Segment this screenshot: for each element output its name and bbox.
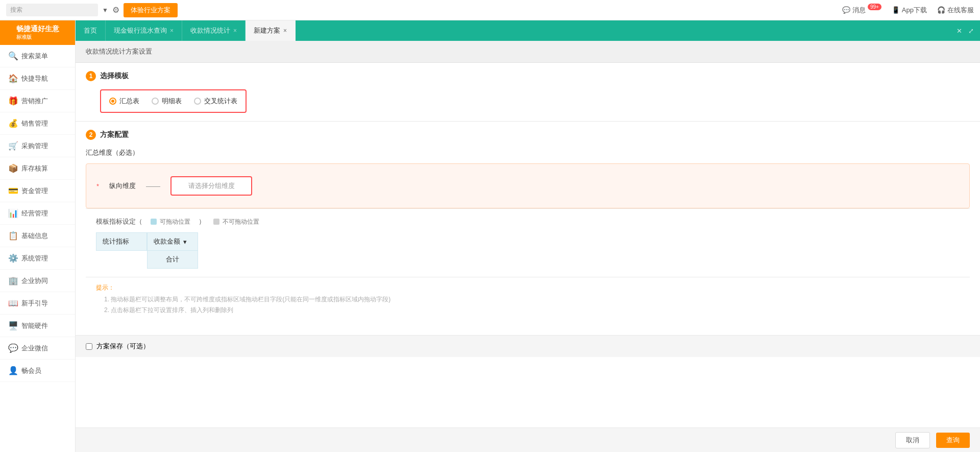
trial-button[interactable]: 体验行业方案 [124, 3, 178, 17]
dimension-title: 汇总维度（必选） [86, 148, 970, 157]
sidebar-label-hardware: 智能硬件 [21, 321, 48, 330]
top-search-box[interactable]: 搜索 [6, 4, 98, 16]
step2-label: 方案配置 [100, 130, 129, 139]
tab-home-label: 首页 [84, 26, 97, 35]
sidebar-label-inventory: 库存核算 [21, 164, 48, 173]
tab-bank-close[interactable]: × [170, 27, 174, 34]
service-icon: 🎧 [937, 6, 945, 14]
tab-bank[interactable]: 现金银行流水查询 × [106, 20, 182, 41]
cart-icon: 🛒 [8, 141, 17, 151]
top-bar: 搜索 ▼ ⚙ 体验行业方案 💬 消息 99+ 📱 App下载 🎧 在线客服 [0, 0, 980, 20]
hints-section: 提示： 1. 拖动标题栏可以调整布局，不可跨维度或指标区域拖动栏目字段(只能在同… [86, 277, 970, 327]
tab-home[interactable]: 首页 [76, 20, 106, 41]
sidebar-label-sales: 销售管理 [21, 119, 48, 128]
page-content: 收款情况统计方案设置 1 选择模板 汇总表 [76, 41, 980, 427]
sidebar-item-wechat[interactable]: 💬 企业微信 [0, 337, 75, 360]
legend-draggable: 可拖动位置 [151, 218, 190, 226]
gift-icon: 🎁 [8, 96, 17, 106]
top-bar-dropdown[interactable]: ▼ [102, 7, 108, 14]
tab-new-plan[interactable]: 新建方案 × [246, 20, 296, 41]
step1-badge: 1 [86, 71, 96, 81]
hints-title: 提示： [96, 283, 960, 292]
chat-icon: 💬 [8, 343, 17, 353]
radio-summary[interactable]: 汇总表 [109, 97, 139, 106]
tab-stats[interactable]: 收款情况统计 × [182, 20, 246, 41]
legend-fixed-label: 不可拖动位置 [223, 218, 259, 226]
tab-stats-close[interactable]: × [233, 27, 237, 34]
metric-col-amount-header[interactable]: 收款金额 ▾ [147, 232, 198, 251]
logo-sub: 标准版 [16, 34, 59, 41]
sidebar-item-purchase[interactable]: 🛒 采购管理 [0, 135, 75, 157]
radio-cross[interactable]: 交叉统计表 [194, 97, 237, 106]
metrics-title: 模板指标设定（ [96, 217, 142, 226]
settings-icon: ⚙️ [8, 253, 17, 263]
sidebar-item-finance[interactable]: 💳 资金管理 [0, 180, 75, 202]
page-inner: 收款情况统计方案设置 1 选择模板 汇总表 [76, 41, 980, 427]
app-download-button[interactable]: 📱 App下载 [892, 6, 927, 15]
metrics-section: 模板指标设定（ 可拖动位置 ） 不可拖动位置 [86, 208, 970, 277]
sidebar-item-marketing[interactable]: 🎁 营销推广 [0, 90, 75, 112]
tab-bar-right: ✕ ⤢ [957, 27, 980, 35]
cancel-button[interactable]: 取消 [895, 432, 930, 448]
sidebar-item-member[interactable]: 👤 畅会员 [0, 360, 75, 382]
step2-badge: 2 [86, 130, 96, 140]
save-label: 方案保存（可选） [96, 342, 150, 351]
query-button[interactable]: 查询 [936, 433, 970, 448]
dimension-select-button[interactable]: 请选择分组维度 [170, 176, 252, 196]
tab-bank-label: 现金银行流水查询 [114, 26, 167, 35]
sidebar-item-sales[interactable]: 💰 销售管理 [0, 112, 75, 135]
sidebar-item-quick-nav[interactable]: 🏠 快捷导航 [0, 67, 75, 90]
hint-item-2: 2. 点击标题栏下拉可设置排序、插入列和删除列 [96, 306, 960, 315]
sidebar-item-search[interactable]: 🔍 搜索菜单 [0, 45, 75, 67]
radio-detail[interactable]: 明细表 [152, 97, 182, 106]
dimension-row: * 纵向维度 —— 请选择分组维度 [96, 176, 959, 196]
sidebar-label-wechat: 企业微信 [21, 344, 48, 353]
radio-detail-circle [152, 98, 159, 105]
sidebar: 畅捷通好生意 标准版 🔍 搜索菜单 🏠 快捷导航 🎁 营销推广 💰 销售管理 🛒… [0, 20, 76, 452]
sidebar-item-basic[interactable]: 📋 基础信息 [0, 225, 75, 247]
legend-fixed: 不可拖动位置 [213, 218, 259, 226]
chart-icon: 📊 [8, 208, 17, 218]
tab-maximize-icon[interactable]: ⤢ [968, 27, 974, 35]
sidebar-item-corp[interactable]: 🏢 企业协同 [0, 270, 75, 292]
content-area: 首页 现金银行流水查询 × 收款情况统计 × 新建方案 × ✕ ⤢ [76, 20, 980, 452]
sidebar-item-guide[interactable]: 📖 新手引导 [0, 292, 75, 315]
legend-draggable-dot [151, 219, 157, 225]
service-button[interactable]: 🎧 在线客服 [937, 6, 974, 15]
sidebar-item-operation[interactable]: 📊 经营管理 [0, 202, 75, 225]
sidebar-label-marketing: 营销推广 [21, 97, 48, 106]
home-icon: 🏠 [8, 74, 17, 83]
building-icon: 🏢 [8, 276, 17, 286]
save-section: 方案保存（可选） [76, 335, 980, 357]
radio-detail-label: 明细表 [162, 97, 182, 106]
gear-icon[interactable]: ⚙ [112, 5, 119, 15]
page-header: 收款情况统计方案设置 [76, 41, 980, 63]
tab-bar: 首页 现金银行流水查询 × 收款情况统计 × 新建方案 × ✕ ⤢ [76, 20, 980, 41]
metric-col-stats-header: 统计指标 [96, 232, 147, 251]
tab-close-all-icon[interactable]: ✕ [957, 27, 962, 35]
book-icon: 📖 [8, 298, 17, 308]
page-title: 收款情况统计方案设置 [86, 47, 152, 55]
tab-new-plan-close[interactable]: × [283, 27, 287, 34]
template-options: 汇总表 明细表 交叉统计表 [100, 89, 247, 113]
message-button[interactable]: 💬 消息 99+ [842, 6, 881, 15]
sidebar-label-search: 搜索菜单 [21, 52, 48, 61]
money-icon: 💰 [8, 118, 17, 128]
sidebar-label-corp: 企业协同 [21, 276, 48, 286]
radio-cross-circle [194, 98, 201, 105]
sidebar-label-basic: 基础信息 [21, 231, 48, 241]
radio-summary-circle [109, 98, 116, 105]
amount-dropdown-icon[interactable]: ▾ [183, 238, 187, 246]
clipboard-icon: 📋 [8, 231, 17, 241]
hint-item-1: 1. 拖动标题栏可以调整布局，不可跨维度或指标区域拖动栏目字段(只能在同一维度或… [96, 295, 960, 304]
sidebar-item-system[interactable]: ⚙️ 系统管理 [0, 247, 75, 270]
sidebar-item-hardware[interactable]: 🖥️ 智能硬件 [0, 315, 75, 337]
sidebar-logo: 畅捷通好生意 标准版 [0, 20, 75, 45]
step2-section: 2 方案配置 汇总维度（必选） * 纵向维度 —— 请选择分组维度 [76, 121, 980, 335]
download-icon: 📱 [892, 6, 900, 14]
save-checkbox[interactable] [86, 343, 92, 350]
legend-fixed-dot [213, 219, 219, 225]
sidebar-item-inventory[interactable]: 📦 库存核算 [0, 157, 75, 180]
message-icon: 💬 [842, 6, 850, 14]
radio-cross-label: 交叉统计表 [204, 97, 237, 106]
